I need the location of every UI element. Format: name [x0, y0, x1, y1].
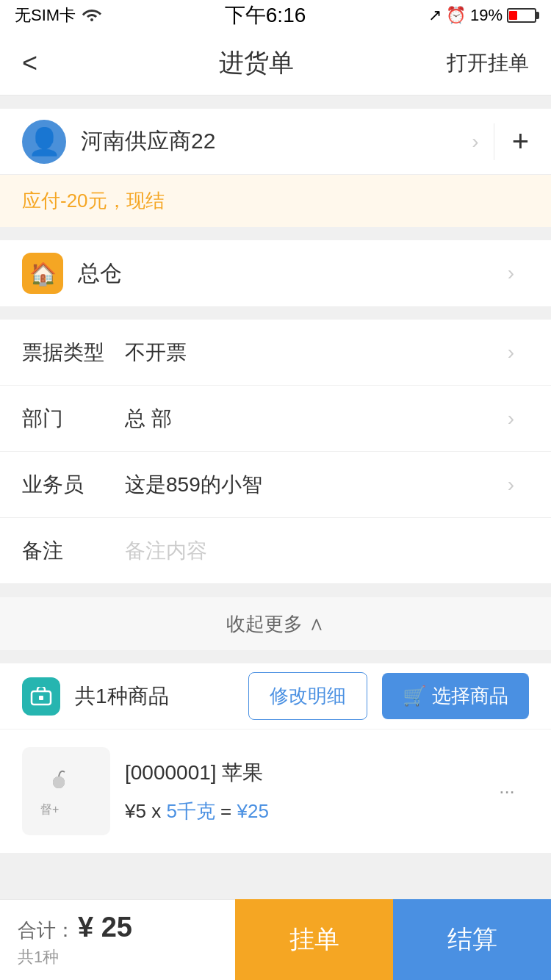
sales-chevron-icon: › [508, 473, 514, 497]
supplier-avatar: 👤 [22, 120, 66, 164]
warehouse-name: 总仓 [78, 259, 508, 289]
svg-text:督+: 督+ [40, 803, 59, 815]
collapse-label: 收起更多 ∧ [226, 611, 324, 637]
hang-button[interactable]: 挂单 [235, 899, 393, 980]
divider-top [0, 96, 551, 109]
total-section: 合计： ¥ 25 共1种 [0, 899, 235, 980]
product-price: ¥5 x 5千克 = ¥25 [125, 799, 470, 824]
svg-rect-1 [39, 696, 43, 700]
invoice-row[interactable]: 票据类型 不开票 › [0, 320, 551, 386]
invoice-value: 不开票 [110, 339, 508, 367]
department-row[interactable]: 部门 总 部 › [0, 386, 551, 452]
divider-2 [0, 227, 551, 240]
warehouse-icon: 🏠 [22, 253, 63, 294]
supplier-name: 河南供应商22 [81, 126, 472, 156]
invoice-label: 票据类型 [22, 339, 110, 367]
status-carrier: 无SIM卡 [15, 4, 102, 26]
remark-label: 备注 [22, 537, 110, 565]
product-thumbnail: 督+ [22, 747, 110, 835]
supplier-row[interactable]: 👤 河南供应商22 › + [0, 109, 551, 175]
alarm-icon: ⏰ [446, 6, 466, 25]
svg-point-4 [53, 777, 65, 788]
department-label: 部门 [22, 405, 110, 433]
remark-row[interactable]: 备注 备注内容 [0, 518, 551, 584]
sales-value: 这是859的小智 [110, 471, 508, 499]
status-bar: 无SIM卡 下午6:16 ↗ ⏰ 19% [0, 0, 551, 31]
form-section: 票据类型 不开票 › 部门 总 部 › 业务员 这是859的小智 › 备注 备注… [0, 320, 551, 584]
total-amount: ¥ 25 [78, 912, 132, 943]
vertical-divider [494, 123, 494, 160]
wifi-icon [82, 5, 102, 26]
invoice-chevron-icon: › [508, 341, 514, 364]
total-count: 共1种 [18, 946, 217, 968]
location-icon: ↗ [428, 6, 442, 25]
select-product-button[interactable]: 🛒 选择商品 [382, 673, 529, 719]
sales-label: 业务员 [22, 471, 110, 499]
page-title: 进货单 [219, 46, 294, 80]
status-time: 下午6:16 [225, 1, 306, 29]
product-more-button[interactable]: ··· [485, 777, 529, 806]
supplier-section: 👤 河南供应商22 › + 应付-20元，现结 [0, 109, 551, 227]
back-button[interactable]: < [22, 48, 66, 79]
products-count: 共1种商品 [75, 682, 248, 710]
checkout-button[interactable]: 结算 [393, 899, 551, 980]
collapse-row[interactable]: 收起更多 ∧ [0, 597, 551, 650]
products-header: 共1种商品 修改明细 🛒 选择商品 [0, 663, 551, 729]
product-info: [0000001] 苹果 ¥5 x 5千克 = ¥25 [125, 759, 470, 824]
warehouse-row[interactable]: 🏠 总仓 › [0, 240, 551, 306]
products-section: 共1种商品 修改明细 🛒 选择商品 督+ [0000001] 苹果 ¥5 [0, 663, 551, 853]
products-icon [22, 677, 60, 716]
warehouse-section: 🏠 总仓 › [0, 240, 551, 306]
sales-row[interactable]: 业务员 这是859的小智 › [0, 452, 551, 518]
battery-percent: 19% [470, 6, 503, 25]
supplier-chevron-icon: › [472, 130, 478, 154]
open-hang-button[interactable]: 打开挂单 [447, 49, 529, 77]
remark-input[interactable]: 备注内容 [110, 537, 529, 565]
nav-bar: < 进货单 打开挂单 [0, 31, 551, 96]
status-right: ↗ ⏰ 19% [428, 6, 536, 25]
select-icon: 🛒 [403, 685, 426, 707]
bottom-bar: 合计： ¥ 25 共1种 挂单 结算 [0, 899, 551, 980]
product-item: 督+ [0000001] 苹果 ¥5 x 5千克 = ¥25 ··· [0, 729, 551, 853]
add-button[interactable]: + [512, 125, 529, 158]
product-name: [0000001] 苹果 [125, 759, 470, 787]
supplier-notice: 应付-20元，现结 [0, 175, 551, 227]
total-label: 合计： [18, 918, 75, 943]
department-value: 总 部 [110, 405, 508, 433]
warehouse-chevron-icon: › [508, 262, 514, 285]
battery-icon [507, 8, 536, 23]
edit-detail-button[interactable]: 修改明细 [248, 672, 367, 720]
department-chevron-icon: › [508, 407, 514, 430]
